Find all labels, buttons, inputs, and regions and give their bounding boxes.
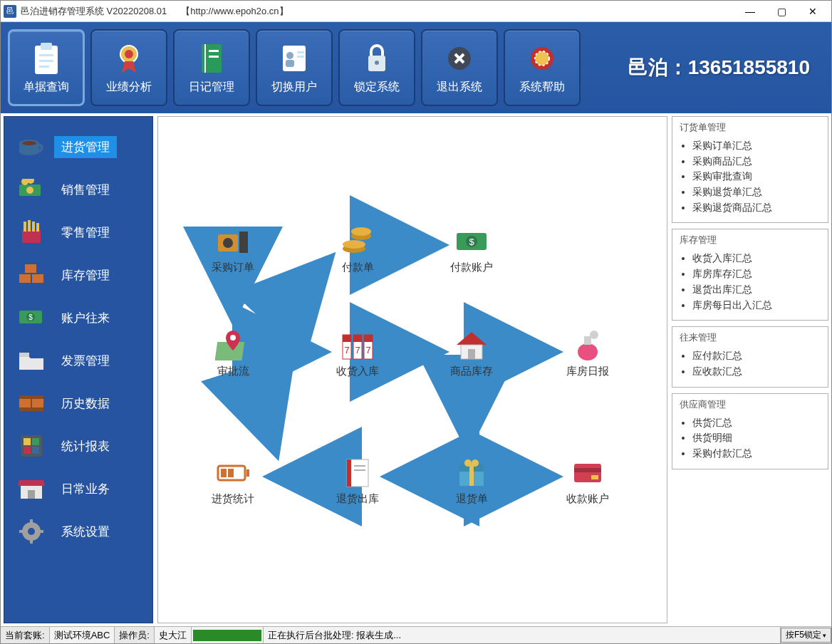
svg-rect-101 xyxy=(354,465,365,467)
svg-point-75 xyxy=(351,227,371,236)
svg-point-23 xyxy=(19,148,39,155)
svg-rect-110 xyxy=(591,475,598,479)
svg-rect-47 xyxy=(32,438,39,445)
svg-rect-49 xyxy=(32,447,39,454)
node-receive-in[interactable]: 777 收货入库 xyxy=(326,328,390,378)
svg-text:7: 7 xyxy=(344,345,349,355)
node-return-bill[interactable]: 退货单 xyxy=(440,455,504,506)
node-collect-account[interactable]: 收款账户 xyxy=(556,455,620,506)
rlink[interactable]: 应付款汇总 xyxy=(692,348,828,364)
folder-icon xyxy=(17,346,46,375)
sidebar-item-history[interactable]: 历史数据 xyxy=(4,382,152,425)
svg-point-20 xyxy=(535,51,549,66)
sidebar-item-settings[interactable]: 系统设置 xyxy=(4,510,152,553)
svg-rect-9 xyxy=(209,50,219,52)
lock-f5-button[interactable]: 按F5锁定 xyxy=(781,628,831,643)
rlink[interactable]: 采购退货商品汇总 xyxy=(692,200,828,216)
node-payment-bill[interactable]: 付款单 xyxy=(326,224,390,274)
toolbar-performance-button[interactable]: 业绩分析 xyxy=(90,29,167,106)
svg-point-106 xyxy=(464,459,472,467)
node-return-out[interactable]: 退货出库 xyxy=(326,455,390,506)
svg-rect-84 xyxy=(343,335,351,342)
sidebar-item-invoice[interactable]: 发票管理 xyxy=(4,339,152,382)
camera-icon xyxy=(215,224,251,259)
progress-bar xyxy=(193,630,261,641)
toolbar-help-button[interactable]: 系统帮助 xyxy=(504,29,581,106)
toolbar-query-button[interactable]: 单据查询 xyxy=(8,29,85,106)
rlink[interactable]: 供货明细 xyxy=(692,430,828,446)
svg-rect-96 xyxy=(246,469,249,477)
svg-point-94 xyxy=(590,331,598,339)
svg-rect-29 xyxy=(22,230,41,243)
svg-rect-33 xyxy=(36,223,39,232)
workflow-canvas: 采购订单 付款单 $ 付款账户 审批流 777 收货入库 商品库存 库房日报 进… xyxy=(157,116,667,623)
svg-rect-40 xyxy=(19,353,29,357)
rlink[interactable]: 收货入库汇总 xyxy=(692,251,828,266)
status-account-value: 测试环境ABC xyxy=(50,627,115,643)
rlink[interactable]: 应收款汇总 xyxy=(692,364,828,380)
svg-line-59 xyxy=(258,259,329,338)
svg-rect-55 xyxy=(30,539,33,544)
minimize-button[interactable]: — xyxy=(734,1,766,21)
rlink[interactable]: 采购商品汇总 xyxy=(692,154,828,170)
node-purchase-order[interactable]: 采购订单 xyxy=(201,224,265,274)
rlink[interactable]: 采购付款汇总 xyxy=(692,446,828,462)
bill-icon: $ xyxy=(454,224,489,259)
rlink[interactable]: 退货出库汇总 xyxy=(692,282,828,298)
sidebar-item-account[interactable]: $ 账户往来 xyxy=(4,296,152,339)
sidebar-item-stock[interactable]: 库存管理 xyxy=(4,254,152,296)
svg-rect-109 xyxy=(574,468,601,472)
brand-phone: 邑泊：13651855810 xyxy=(628,54,824,81)
node-payment-account[interactable]: $ 付款账户 xyxy=(440,224,504,274)
close-circle-icon xyxy=(442,41,477,76)
status-operator-value: 史大江 xyxy=(155,627,192,643)
toolbar-exit-button[interactable]: 退出系统 xyxy=(421,29,498,106)
toolbar-lock-button[interactable]: 锁定系统 xyxy=(338,29,415,106)
coins-icon xyxy=(340,224,375,259)
sidebar-item-retail[interactable]: 零售管理 xyxy=(4,211,152,254)
sidebar-item-sales[interactable]: 销售管理 xyxy=(4,168,152,211)
rlink[interactable]: 采购审批查询 xyxy=(692,169,828,185)
medal-icon xyxy=(112,41,146,76)
rlink[interactable]: 采购退货单汇总 xyxy=(692,185,828,200)
app-icon: 邑 xyxy=(4,5,16,18)
svg-rect-1 xyxy=(41,43,52,50)
maximize-button[interactable]: ▢ xyxy=(766,1,797,21)
main-toolbar: 单据查询 业绩分析 日记管理 切换用户 锁定系统 退出系统 系统帮助 xyxy=(1,22,831,113)
svg-text:7: 7 xyxy=(365,345,370,355)
rlink[interactable]: 采购订单汇总 xyxy=(692,138,828,154)
cash-icon: $ xyxy=(17,303,46,332)
rlink[interactable]: 库房每日出入汇总 xyxy=(692,298,828,313)
svg-point-107 xyxy=(472,459,479,467)
close-button[interactable]: ✕ xyxy=(797,1,828,21)
cup-icon xyxy=(17,133,46,161)
window-title: 邑泊进销存管理系统 V20220208.01 xyxy=(21,5,167,18)
svg-rect-71 xyxy=(239,232,248,253)
svg-rect-15 xyxy=(297,56,304,58)
svg-point-53 xyxy=(28,528,35,535)
svg-rect-91 xyxy=(468,349,475,359)
toolbar-switch-user-button[interactable]: 切换用户 xyxy=(256,29,333,106)
notebook-icon xyxy=(340,455,375,491)
svg-rect-42 xyxy=(19,395,43,399)
node-goods-stock[interactable]: 商品库存 xyxy=(440,328,504,378)
gift-icon xyxy=(454,455,489,491)
svg-rect-98 xyxy=(228,469,234,477)
sidebar-item-daily[interactable]: 日常业务 xyxy=(4,467,152,510)
user-badge-icon xyxy=(277,41,311,76)
svg-point-12 xyxy=(286,52,293,59)
sidebar-item-purchase[interactable]: 进货管理 xyxy=(4,125,152,168)
node-warehouse-daily[interactable]: 库房日报 xyxy=(556,328,620,378)
battery-icon xyxy=(215,455,251,491)
svg-rect-51 xyxy=(28,490,35,499)
toolbar-diary-button[interactable]: 日记管理 xyxy=(173,29,250,106)
svg-rect-13 xyxy=(286,60,294,67)
rlink[interactable]: 供货汇总 xyxy=(692,415,828,431)
svg-text:$: $ xyxy=(28,313,33,321)
rlink[interactable]: 库房库存汇总 xyxy=(692,266,828,282)
node-approval-flow[interactable]: 审批流 xyxy=(201,328,265,378)
right-panel: 订货单管理 采购订单汇总 采购商品汇总 采购审批查询 采购退货单汇总 采购退货商… xyxy=(672,116,828,623)
sidebar-item-report[interactable]: 统计报表 xyxy=(4,425,152,467)
node-purchase-stats[interactable]: 进货统计 xyxy=(201,455,265,506)
house-icon xyxy=(454,328,489,363)
